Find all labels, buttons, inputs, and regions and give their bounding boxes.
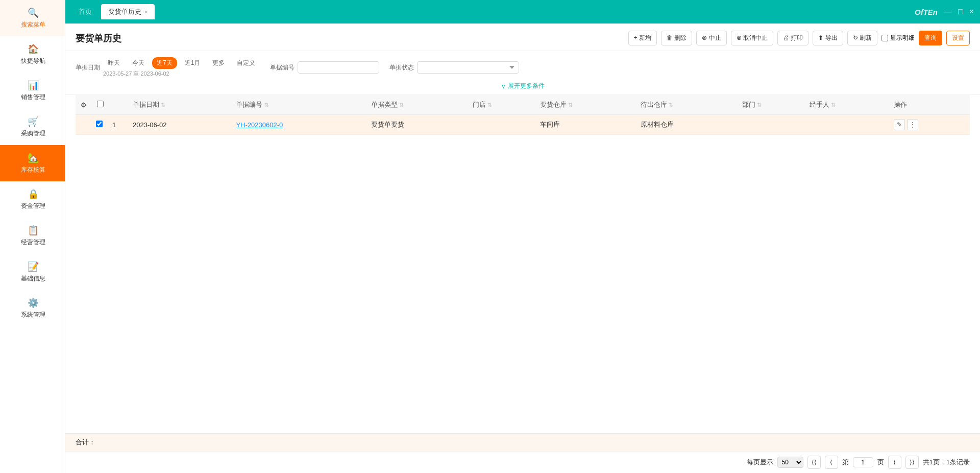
show-detail-toggle[interactable]: 显示明细 — [881, 34, 915, 42]
tab-close-icon[interactable]: × — [144, 9, 148, 15]
date-btn-1month[interactable]: 近1月 — [180, 57, 205, 69]
filter-bar: 单据日期 昨天 今天 近7天 近1月 更多 自定义 2023-05-27 至 2… — [65, 51, 980, 95]
sidebar-item-operations[interactable]: 📋经营管理 — [0, 218, 65, 254]
pagination: 每页显示 50 10 20 100 ⟨⟨ ⟨ 第 页 ⟩ ⟩⟩ 共1页，1条记录 — [65, 451, 980, 473]
col-doc-no[interactable]: 单据编号 — [232, 95, 367, 115]
date-btn-custom[interactable]: 自定义 — [232, 57, 260, 69]
show-detail-label: 显示明细 — [890, 34, 915, 42]
tab-active-label: 要货单历史 — [108, 7, 141, 16]
per-page-label: 每页显示 — [747, 458, 773, 467]
page-number-input[interactable] — [853, 457, 873, 467]
show-detail-checkbox[interactable] — [881, 35, 888, 41]
query-button[interactable]: 查询 — [919, 31, 942, 45]
status-select[interactable] — [417, 61, 519, 74]
sidebar-label-quick-nav: 快捷导航 — [21, 57, 45, 65]
doc-number-label: 单据编号 — [270, 63, 295, 72]
row-check — [92, 115, 108, 135]
col-date[interactable]: 单据日期 — [129, 95, 232, 115]
sidebar-icon-inventory: 🏡 — [28, 152, 39, 163]
col-handler[interactable]: 经手人 — [805, 95, 890, 115]
col-store[interactable]: 门店 — [469, 95, 536, 115]
refresh-button[interactable]: ↻ 刷新 — [847, 31, 877, 45]
col-req-warehouse[interactable]: 要货仓库 — [536, 95, 636, 115]
cancel-suspend-button[interactable]: ⊗ 取消中止 — [731, 31, 773, 45]
row-pending-warehouse: 原材料仓库 — [636, 115, 738, 135]
sidebar-label-search-menu: 搜索菜单 — [21, 20, 45, 29]
sidebar-icon-purchase: 🛒 — [28, 116, 39, 127]
page-header: 要货单历史 + 新增 🗑 删除 ⊗ 中止 ⊗ 取消中止 🖨 打印 ⬆ 导出 ↻ … — [65, 23, 980, 51]
main-area: 首页 要货单历史 × OfTEn — □ × 要货单历史 + 新增 🗑 删除 ⊗… — [65, 0, 980, 473]
row-num: 1 — [108, 115, 129, 135]
new-button[interactable]: + 新增 — [628, 31, 657, 45]
row-handler — [805, 115, 890, 135]
table-footer: 合计： — [65, 433, 980, 451]
sidebar-icon-basic-info: 📝 — [28, 261, 39, 272]
sidebar-item-basic-info[interactable]: 📝基础信息 — [0, 254, 65, 290]
expand-more-btn[interactable]: ∨ 展开更多条件 — [76, 82, 970, 90]
table-body: 1 2023-06-02 YH-20230602-0 要货单要货 车间库 原材料… — [76, 115, 970, 135]
sidebar-icon-system: ⚙️ — [28, 297, 39, 309]
doc-number-filter-item: 单据编号 — [270, 61, 379, 74]
topbar-actions: OfTEn — □ × — [915, 7, 974, 16]
maximize-btn[interactable]: □ — [958, 7, 963, 16]
date-btn-today[interactable]: 今天 — [128, 57, 149, 69]
doc-number-input[interactable] — [298, 61, 379, 74]
sidebar-label-purchase: 采购管理 — [21, 129, 45, 138]
close-window-btn[interactable]: × — [969, 7, 974, 16]
suspend-button[interactable]: ⊗ 中止 — [696, 31, 726, 45]
row-doc-no[interactable]: YH-20230602-0 — [232, 115, 367, 135]
col-actions: 操作 — [890, 95, 970, 115]
expand-chevron-icon: ∨ — [501, 83, 506, 90]
filter-row: 单据日期 昨天 今天 近7天 近1月 更多 自定义 2023-05-27 至 2… — [76, 57, 970, 78]
print-button[interactable]: 🖨 打印 — [777, 31, 808, 45]
first-page-btn[interactable]: ⟨⟨ — [807, 456, 821, 469]
row-actions: ✎ ⋮ — [890, 115, 970, 135]
sidebar-item-finance[interactable]: 🔒资金管理 — [0, 181, 65, 218]
sidebar-item-purchase[interactable]: 🛒采购管理 — [0, 109, 65, 145]
row-settings — [76, 115, 92, 135]
page-label-suffix: 页 — [877, 458, 884, 467]
date-btn-more[interactable]: 更多 — [208, 57, 229, 69]
date-btn-yesterday[interactable]: 昨天 — [103, 57, 125, 69]
last-page-btn[interactable]: ⟩⟩ — [905, 456, 919, 469]
row-req-warehouse: 车间库 — [536, 115, 636, 135]
date-filter-label: 单据日期 — [76, 63, 100, 72]
row-checkbox[interactable] — [96, 121, 103, 127]
sidebar-item-search-menu[interactable]: 🔍搜索菜单 — [0, 0, 65, 36]
row-more-btn[interactable]: ⋮ — [907, 119, 918, 130]
settings-button[interactable]: 设置 — [946, 31, 970, 45]
date-btn-7days[interactable]: 近7天 — [152, 57, 177, 69]
total-records-label: 共1页，1条记录 — [923, 458, 970, 467]
sidebar-label-inventory: 库存核算 — [21, 165, 45, 174]
per-page-select[interactable]: 50 10 20 100 — [777, 457, 803, 468]
row-edit-btn[interactable]: ✎ — [894, 119, 905, 130]
col-pending-warehouse[interactable]: 待出仓库 — [636, 95, 738, 115]
row-doc-type: 要货单要货 — [367, 115, 469, 135]
sidebar-item-inventory[interactable]: 🏡库存核算 — [0, 145, 65, 181]
select-all-checkbox[interactable] — [97, 101, 104, 107]
export-button[interactable]: ⬆ 导出 — [813, 31, 843, 45]
table-container: ⚙ 单据日期 单据编号 单据类型 门店 要货仓库 待出仓库 部门 经手人 操 — [65, 95, 980, 433]
row-date: 2023-06-02 — [129, 115, 232, 135]
sidebar-label-basic-info: 基础信息 — [21, 274, 45, 283]
delete-button[interactable]: 🗑 删除 — [661, 31, 692, 45]
sidebar-icon-operations: 📋 — [28, 225, 39, 236]
tab-home[interactable]: 首页 — [71, 4, 99, 19]
sidebar-label-sales: 销售管理 — [21, 93, 45, 102]
col-department[interactable]: 部门 — [738, 95, 806, 115]
tab-active[interactable]: 要货单历史 × — [101, 4, 155, 19]
status-filter-item: 单据状态 — [389, 61, 519, 74]
sidebar: 🔍搜索菜单🏠快捷导航📊销售管理🛒采购管理🏡库存核算🔒资金管理📋经营管理📝基础信息… — [0, 0, 65, 473]
sidebar-item-sales[interactable]: 📊销售管理 — [0, 73, 65, 109]
sidebar-label-finance: 资金管理 — [21, 202, 45, 210]
prev-page-btn[interactable]: ⟨ — [825, 456, 838, 469]
page-content: 要货单历史 + 新增 🗑 删除 ⊗ 中止 ⊗ 取消中止 🖨 打印 ⬆ 导出 ↻ … — [65, 23, 980, 473]
sidebar-item-quick-nav[interactable]: 🏠快捷导航 — [0, 36, 65, 73]
col-num — [108, 95, 129, 115]
col-doc-type[interactable]: 单据类型 — [367, 95, 469, 115]
col-settings[interactable]: ⚙ — [76, 95, 92, 115]
minimize-btn[interactable]: — — [944, 7, 952, 16]
sidebar-item-system[interactable]: ⚙️系统管理 — [0, 290, 65, 326]
topbar: 首页 要货单历史 × OfTEn — □ × — [65, 0, 980, 23]
next-page-btn[interactable]: ⟩ — [888, 456, 901, 469]
